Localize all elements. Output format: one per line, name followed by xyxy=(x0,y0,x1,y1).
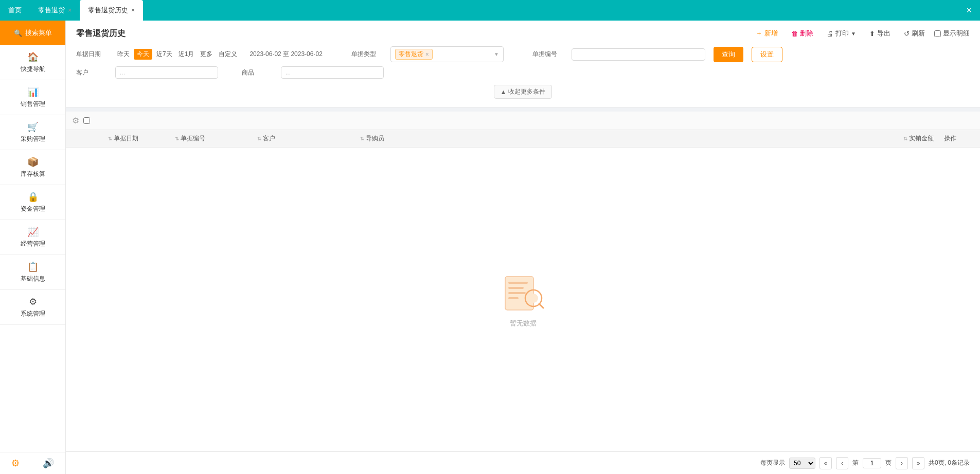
per-page-select[interactable]: 10 20 50 100 xyxy=(789,458,815,469)
sort-date-icon[interactable]: ⇅ xyxy=(108,136,112,141)
date-opt-custom[interactable]: 自定义 xyxy=(217,49,239,60)
th-customer[interactable]: ⇅ 客户 xyxy=(252,130,355,147)
sort-no-icon[interactable]: ⇅ xyxy=(175,136,179,141)
sidebar-item-quick-nav[interactable]: 🏠 快捷导航 xyxy=(0,45,65,80)
date-filter-label: 单据日期 xyxy=(76,50,107,59)
last-page-button[interactable]: » xyxy=(912,457,924,469)
export-button[interactable]: ⬆ 导出 xyxy=(865,27,895,40)
page-title: 零售退货历史 xyxy=(76,28,126,39)
toolbar: ＋ 新增 🗑 删除 🖨 打印 ▼ ⬆ 导出 xyxy=(752,27,970,40)
sidebar-item-inventory-label: 库存核算 xyxy=(21,170,45,178)
audio-icon[interactable]: 🔊 xyxy=(43,458,54,469)
show-detail-label: 显示明细 xyxy=(943,29,970,38)
sort-customer-icon[interactable]: ⇅ xyxy=(257,136,261,141)
bill-type-tag: 零售退货 × xyxy=(395,49,433,60)
setting-button[interactable]: 设置 xyxy=(752,47,782,62)
tab-retail-return-history[interactable]: 零售退货历史 × xyxy=(80,0,143,21)
th-guide[interactable]: ⇅ 导购员 xyxy=(355,130,448,147)
gear-icon[interactable]: ⚙ xyxy=(11,458,20,469)
bill-type-tag-label: 零售退货 xyxy=(399,50,423,59)
bill-no-label: 单据编号 xyxy=(532,50,563,59)
table-container: ⚙ ⇅ 单据日期 ⇅ 单据编号 ⇅ 客户 xyxy=(66,112,980,451)
th-checkbox xyxy=(84,130,103,147)
page-number-input[interactable] xyxy=(863,458,881,468)
collapse-button[interactable]: ▲ 收起更多条件 xyxy=(494,85,553,99)
date-opt-more[interactable]: 更多 xyxy=(198,49,215,60)
date-opt-today[interactable]: 今天 xyxy=(134,49,152,60)
th-action: 操作 xyxy=(939,130,980,147)
sidebar-search-label: 搜索菜单 xyxy=(25,28,52,38)
sort-guide-icon[interactable]: ⇅ xyxy=(360,136,364,141)
print-icon: 🖨 xyxy=(827,30,833,38)
th-no[interactable]: ⇅ 单据编号 xyxy=(170,130,252,147)
svg-rect-1 xyxy=(508,282,528,284)
purchase-icon: 🛒 xyxy=(27,121,39,133)
th-settings xyxy=(66,130,84,147)
tab-home-label: 首页 xyxy=(8,6,22,15)
refresh-button[interactable]: ↺ 刷新 xyxy=(900,27,929,40)
tab-retail-return-close[interactable]: × xyxy=(68,7,72,14)
bill-no-input[interactable] xyxy=(572,48,705,61)
sidebar-item-operation[interactable]: 📈 经营管理 xyxy=(0,220,65,255)
inventory-icon: 📦 xyxy=(27,156,39,168)
sidebar-item-sales[interactable]: 📊 销售管理 xyxy=(0,80,65,115)
table-header: ⇅ 单据日期 ⇅ 单据编号 ⇅ 客户 ⇅ 导购员 ⇅ 实销 xyxy=(66,130,980,148)
sidebar-item-finance[interactable]: 🔒 资金管理 xyxy=(0,185,65,220)
page-header: 零售退货历史 ＋ 新增 🗑 删除 🖨 打印 ▼ xyxy=(66,21,980,107)
sidebar-item-sales-label: 销售管理 xyxy=(21,100,45,108)
print-chevron-icon: ▼ xyxy=(851,31,856,37)
date-opt-month[interactable]: 近1月 xyxy=(176,49,197,60)
tab-retail-return[interactable]: 零售退货 × xyxy=(30,0,80,21)
prev-page-button[interactable]: ‹ xyxy=(836,457,848,469)
table-settings-icon[interactable]: ⚙ xyxy=(72,116,79,125)
system-icon: ⚙ xyxy=(29,296,37,307)
new-label: 新增 xyxy=(764,29,778,38)
select-all-checkbox[interactable] xyxy=(83,117,90,124)
sidebar-item-quick-nav-label: 快捷导航 xyxy=(21,65,45,74)
goods-select[interactable]: ... xyxy=(281,66,384,79)
th-amount[interactable]: ⇅ 实销金额 xyxy=(877,130,939,147)
th-date[interactable]: ⇅ 单据日期 xyxy=(103,130,170,147)
sidebar-item-basic-info-label: 基础信息 xyxy=(21,275,45,283)
customer-select[interactable]: ... xyxy=(115,66,218,79)
svg-rect-4 xyxy=(508,297,519,299)
svg-rect-3 xyxy=(508,292,526,294)
tab-retail-return-history-close[interactable]: × xyxy=(131,7,135,14)
sort-amount-icon[interactable]: ⇅ xyxy=(903,136,907,141)
sidebar: 🔍 搜索菜单 🏠 快捷导航 📊 销售管理 🛒 采购管理 📦 库存核算 🔒 资金管… xyxy=(0,21,66,474)
refresh-label: 刷新 xyxy=(912,29,925,38)
sidebar-bottom: ⚙ 🔊 xyxy=(0,452,65,474)
print-button[interactable]: 🖨 打印 ▼ xyxy=(823,27,860,40)
filter-row-1: 单据日期 昨天 今天 近7天 近1月 更多 自定义 2023-06-02 至 2… xyxy=(76,46,970,62)
svg-point-7 xyxy=(529,294,538,303)
sidebar-item-system[interactable]: ⚙ 系统管理 xyxy=(0,290,65,325)
tab-home[interactable]: + 新增 首页 xyxy=(0,0,30,21)
sidebar-item-finance-label: 资金管理 xyxy=(21,205,45,213)
refresh-icon: ↺ xyxy=(904,30,910,38)
query-button[interactable]: 查询 xyxy=(714,47,743,62)
sidebar-item-basic-info[interactable]: 📋 基础信息 xyxy=(0,255,65,290)
bill-type-chevron-icon: ▼ xyxy=(494,51,499,57)
sidebar-item-inventory[interactable]: 📦 库存核算 xyxy=(0,150,65,185)
tab-retail-return-history-label: 零售退货历史 xyxy=(88,6,128,15)
sidebar-item-purchase[interactable]: 🛒 采购管理 xyxy=(0,115,65,150)
bill-type-select[interactable]: 零售退货 × ▼ xyxy=(390,46,504,62)
sidebar-search[interactable]: 🔍 搜索菜单 xyxy=(0,21,65,45)
show-detail-checkbox-group[interactable]: 显示明细 xyxy=(934,29,970,38)
date-opt-yesterday[interactable]: 昨天 xyxy=(115,49,132,60)
show-detail-checkbox[interactable] xyxy=(934,30,941,37)
th-amount-label: 实销金额 xyxy=(909,134,934,143)
next-page-button[interactable]: › xyxy=(896,457,908,469)
new-button[interactable]: ＋ 新增 xyxy=(752,27,782,40)
date-range-display: 2023-06-02 至 2023-06-02 xyxy=(250,50,322,59)
bill-type-tag-remove[interactable]: × xyxy=(425,51,429,58)
delete-label: 删除 xyxy=(800,29,813,38)
first-page-button[interactable]: « xyxy=(819,457,832,469)
delete-button[interactable]: 🗑 删除 xyxy=(787,27,817,40)
collapse-label: 收起更多条件 xyxy=(508,87,545,96)
empty-text-label: 暂无数据 xyxy=(510,319,537,328)
window-close-button[interactable]: × xyxy=(966,5,972,16)
customer-placeholder: ... xyxy=(120,69,125,76)
date-opt-week[interactable]: 近7天 xyxy=(154,49,174,60)
page-title-row: 零售退货历史 ＋ 新增 🗑 删除 🖨 打印 ▼ xyxy=(76,27,970,40)
